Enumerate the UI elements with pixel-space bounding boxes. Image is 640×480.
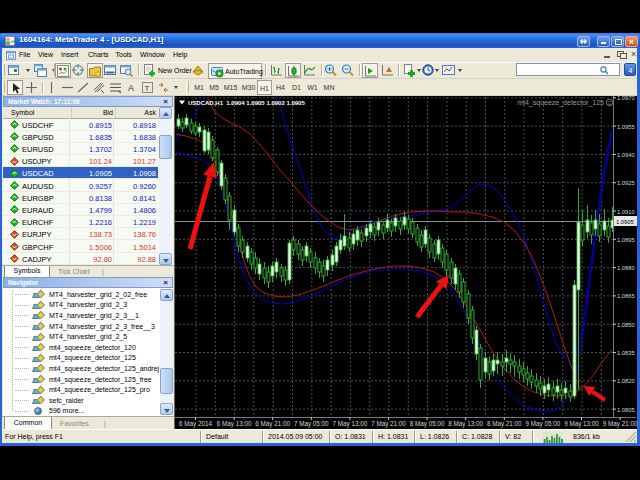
svg-text:8 May 21:00: 8 May 21:00 <box>487 420 522 428</box>
svg-text:8 May 13:00: 8 May 13:00 <box>448 420 483 428</box>
svg-text:7 May 21:00: 7 May 21:00 <box>371 420 406 428</box>
svg-text:6 May 2014: 6 May 2014 <box>179 420 212 428</box>
svg-text:1.0955: 1.0955 <box>617 124 635 130</box>
svg-text:6 May 13:00: 6 May 13:00 <box>217 420 252 428</box>
svg-text:9 May 13:00: 9 May 13:00 <box>564 420 599 428</box>
svg-text:1.0925: 1.0925 <box>617 180 635 186</box>
svg-text:1.0895: 1.0895 <box>617 237 635 243</box>
svg-text:mt4_squeeze_detector_125: mt4_squeeze_detector_125 <box>517 99 604 107</box>
svg-text:9 May 05:00: 9 May 05:00 <box>526 420 561 428</box>
svg-text:USDCAD,H1 1.0904 1.0905 1.090: USDCAD,H1 1.0904 1.0905 1.0902 1.0905 <box>188 100 305 106</box>
svg-text:1.0940: 1.0940 <box>617 152 635 158</box>
svg-text:1.0835: 1.0835 <box>617 350 635 356</box>
svg-text:1.0910: 1.0910 <box>617 209 635 215</box>
svg-text:1.0850: 1.0850 <box>617 322 635 328</box>
svg-text:1.0820: 1.0820 <box>617 378 635 384</box>
svg-text:1.0805: 1.0805 <box>617 407 635 413</box>
svg-text:1.0905: 1.0905 <box>616 219 634 225</box>
svg-text:1.0865: 1.0865 <box>617 293 635 299</box>
svg-text:1.0970: 1.0970 <box>617 95 635 101</box>
svg-text:8 May 05:00: 8 May 05:00 <box>410 420 445 428</box>
svg-text:7 May 05:00: 7 May 05:00 <box>294 420 329 428</box>
svg-text:6 May 21:00: 6 May 21:00 <box>255 420 290 428</box>
svg-text:9 May 21:00: 9 May 21:00 <box>603 420 638 428</box>
svg-text:7 May 13:00: 7 May 13:00 <box>333 420 368 428</box>
svg-text:1.0880: 1.0880 <box>617 265 635 271</box>
